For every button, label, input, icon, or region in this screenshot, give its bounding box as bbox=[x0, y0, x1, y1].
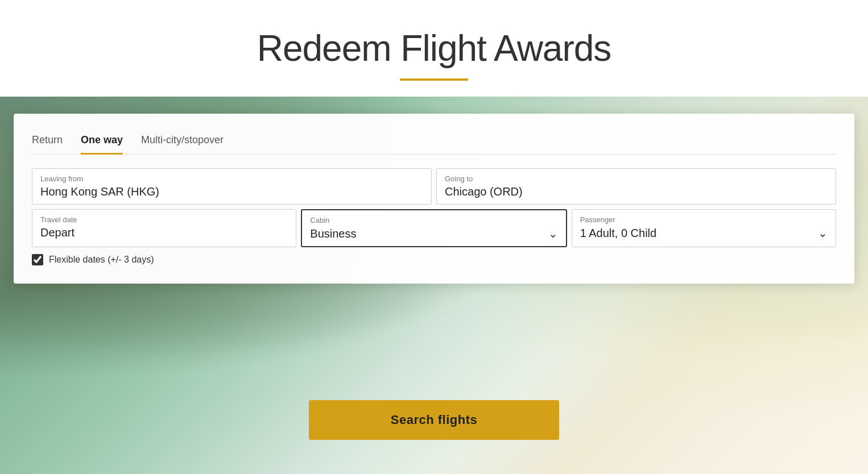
date-cabin-passenger-row: Travel date Depart Cabin Business ⌄ Pass… bbox=[32, 209, 836, 247]
search-flights-button[interactable]: Search flights bbox=[309, 400, 559, 440]
travel-date-label: Travel date bbox=[40, 215, 288, 224]
cabin-field[interactable]: Cabin Business ⌄ bbox=[301, 209, 567, 247]
title-underline bbox=[400, 78, 468, 81]
going-to-value: Chicago (ORD) bbox=[445, 185, 828, 198]
passenger-label: Passenger bbox=[580, 215, 828, 224]
tab-multi-city[interactable]: Multi-city/stopover bbox=[141, 130, 224, 155]
page-title: Redeem Flight Awards bbox=[0, 27, 868, 69]
travel-date-field[interactable]: Travel date Depart bbox=[32, 209, 296, 247]
travel-date-value: Depart bbox=[40, 226, 288, 239]
going-to-field[interactable]: Going to Chicago (ORD) bbox=[436, 168, 836, 205]
passenger-select-wrapper: 1 Adult, 0 Child ⌄ bbox=[580, 226, 828, 240]
cabin-label: Cabin bbox=[310, 216, 557, 224]
cabin-value: Business bbox=[310, 227, 356, 240]
page-wrapper: Redeem Flight Awards Return One way Mult… bbox=[0, 0, 868, 474]
flexible-dates-label: Flexible dates (+/- 3 days) bbox=[49, 255, 154, 265]
origin-destination-row: Leaving from Hong Kong SAR (HKG) Going t… bbox=[32, 168, 836, 205]
passenger-value: 1 Adult, 0 Child bbox=[580, 227, 657, 240]
flexible-dates-row: Flexible dates (+/- 3 days) bbox=[32, 254, 836, 265]
leaving-from-field[interactable]: Leaving from Hong Kong SAR (HKG) bbox=[32, 168, 432, 205]
tab-return[interactable]: Return bbox=[32, 130, 63, 155]
passenger-chevron-icon: ⌄ bbox=[818, 226, 828, 240]
header-section: Redeem Flight Awards bbox=[0, 0, 868, 97]
passenger-field[interactable]: Passenger 1 Adult, 0 Child ⌄ bbox=[572, 209, 836, 247]
cabin-select-wrapper: Business ⌄ bbox=[310, 227, 557, 240]
going-to-label: Going to bbox=[445, 174, 828, 183]
leaving-from-value: Hong Kong SAR (HKG) bbox=[40, 185, 423, 198]
tab-one-way[interactable]: One way bbox=[81, 130, 123, 155]
search-button-wrapper: Search flights bbox=[309, 400, 559, 440]
cabin-chevron-icon: ⌄ bbox=[548, 227, 558, 240]
search-form-card: Return One way Multi-city/stopover Leavi… bbox=[14, 114, 854, 284]
leaving-from-label: Leaving from bbox=[40, 174, 423, 183]
background-section: Return One way Multi-city/stopover Leavi… bbox=[0, 97, 868, 474]
flexible-dates-checkbox[interactable] bbox=[32, 254, 43, 265]
trip-type-tabs: Return One way Multi-city/stopover bbox=[32, 130, 836, 155]
